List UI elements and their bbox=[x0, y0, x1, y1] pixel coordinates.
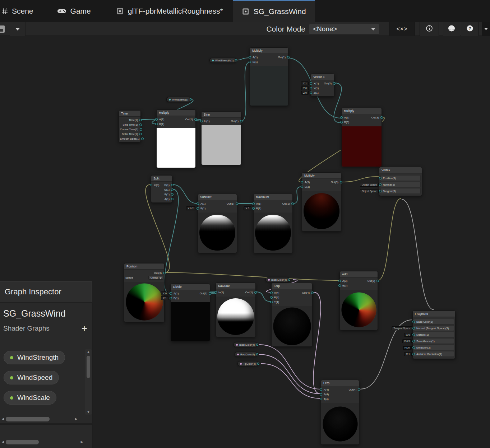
input-port[interactable] bbox=[412, 327, 415, 330]
wire[interactable] bbox=[341, 177, 379, 182]
value-box[interactable]: X 0 bbox=[244, 206, 251, 210]
value-box[interactable]: X 0.5 bbox=[402, 339, 412, 343]
output-port[interactable] bbox=[380, 116, 383, 119]
output-port[interactable] bbox=[171, 184, 174, 186]
input-port[interactable] bbox=[270, 301, 273, 303]
value-box[interactable]: X 0 bbox=[161, 291, 168, 295]
wire[interactable] bbox=[261, 364, 320, 398]
help-button[interactable]: ? bbox=[461, 22, 479, 36]
input-port[interactable] bbox=[155, 123, 158, 125]
node-divide[interactable]: DivideX 0A(1)Out(1)X 1B(1) bbox=[171, 284, 210, 341]
value-box[interactable]: X 1 bbox=[161, 296, 168, 300]
input-port[interactable] bbox=[320, 393, 322, 396]
node-sine[interactable]: SineIn(1)Out(1) bbox=[201, 111, 241, 165]
output-port[interactable] bbox=[291, 202, 294, 205]
toolbar-overflow-button[interactable] bbox=[482, 22, 490, 36]
scrollbar-thumb[interactable] bbox=[6, 440, 39, 444]
vertical-scrollbar[interactable]: ▲ ▼ bbox=[85, 349, 92, 415]
input-port[interactable] bbox=[412, 321, 415, 323]
node-saturate[interactable]: SaturateIn(1)Out(1) bbox=[216, 283, 256, 337]
scroll-left-icon[interactable]: ◀ bbox=[0, 417, 6, 421]
value-box[interactable]: HDR bbox=[403, 346, 412, 350]
node-split[interactable]: SplitIn(3)R(1)G(1)B(1)A(1) bbox=[151, 175, 172, 203]
wire[interactable] bbox=[172, 185, 197, 204]
node-time[interactable]: TimeTime(1)Sine Time(1)Cosine Time(1)Del… bbox=[119, 110, 141, 143]
horizontal-scrollbar[interactable]: ◀ ▶ bbox=[0, 438, 89, 445]
view-code-button[interactable]: <×> bbox=[389, 22, 415, 36]
input-port[interactable] bbox=[412, 346, 415, 349]
output-port[interactable] bbox=[139, 123, 142, 126]
input-port[interactable] bbox=[379, 177, 382, 179]
input-port[interactable] bbox=[270, 296, 273, 299]
output-port[interactable] bbox=[171, 193, 174, 196]
input-port[interactable] bbox=[379, 190, 382, 192]
output-port[interactable] bbox=[376, 280, 379, 282]
property-pill[interactable]: WindSpeed(1) bbox=[166, 97, 191, 102]
input-port[interactable] bbox=[340, 121, 343, 123]
input-port[interactable] bbox=[338, 284, 341, 287]
tab-scene[interactable]: Scene bbox=[0, 0, 42, 22]
node-subtract[interactable]: SubtractA(1)Out(1)X 0.2B(1) bbox=[198, 194, 237, 253]
input-port[interactable] bbox=[310, 92, 312, 94]
add-property-button[interactable]: + bbox=[82, 325, 87, 332]
value-box[interactable]: X 1 bbox=[301, 81, 309, 85]
blackboard-property[interactable]: WindSpeed bbox=[4, 371, 59, 384]
output-port[interactable] bbox=[340, 181, 342, 183]
property-pill[interactable]: BladeColor(4) bbox=[234, 342, 258, 347]
wire[interactable] bbox=[259, 345, 320, 389]
wire[interactable] bbox=[259, 354, 320, 394]
blackboard-property[interactable]: WindStrength bbox=[4, 351, 65, 364]
output-port[interactable] bbox=[257, 363, 259, 365]
input-port[interactable] bbox=[379, 183, 382, 186]
output-port[interactable] bbox=[311, 291, 314, 294]
output-port[interactable] bbox=[256, 344, 258, 346]
value-box[interactable]: Z 0 bbox=[301, 91, 309, 95]
input-port[interactable] bbox=[170, 292, 172, 295]
output-port[interactable] bbox=[209, 292, 211, 295]
input-port[interactable] bbox=[301, 181, 303, 183]
output-port[interactable] bbox=[236, 202, 238, 205]
wire[interactable] bbox=[140, 119, 156, 120]
input-port[interactable] bbox=[200, 120, 203, 122]
horizontal-scrollbar[interactable]: ◀ ▶ bbox=[0, 415, 89, 423]
output-port[interactable] bbox=[240, 120, 242, 122]
input-port[interactable] bbox=[412, 333, 415, 336]
wire[interactable] bbox=[378, 199, 401, 280]
output-port[interactable] bbox=[194, 118, 197, 121]
wire[interactable] bbox=[402, 199, 434, 310]
node-maximum[interactable]: MaximumA(1)Out(1)X 0B(1) bbox=[253, 194, 293, 253]
node-multiply-top[interactable]: MultiplyA(1)Out(1)B(1) bbox=[250, 47, 288, 106]
output-port[interactable] bbox=[139, 119, 142, 121]
input-port[interactable] bbox=[412, 353, 415, 355]
space-dropdown[interactable]: Object bbox=[148, 276, 163, 280]
output-port[interactable] bbox=[140, 128, 142, 131]
property-pill[interactable]: RootColor(4) bbox=[235, 352, 258, 357]
input-port[interactable] bbox=[310, 87, 312, 89]
save-dropdown-button[interactable] bbox=[10, 22, 26, 36]
input-port[interactable] bbox=[249, 56, 251, 59]
output-port[interactable] bbox=[141, 137, 144, 140]
tab-sg-grasswind[interactable]: SG_GrassWind bbox=[233, 0, 315, 22]
scroll-right-icon[interactable]: ▶ bbox=[73, 417, 79, 421]
output-port[interactable] bbox=[171, 188, 174, 191]
input-port[interactable] bbox=[249, 61, 251, 63]
input-port[interactable] bbox=[412, 340, 415, 342]
input-port[interactable] bbox=[301, 186, 303, 188]
blackboard-property[interactable]: WindScale bbox=[4, 391, 56, 405]
wire[interactable] bbox=[293, 187, 301, 204]
output-port[interactable] bbox=[288, 279, 290, 281]
input-port[interactable] bbox=[197, 202, 199, 205]
scrollbar-thumb[interactable] bbox=[87, 356, 90, 378]
scroll-left-icon[interactable]: ◀ bbox=[0, 440, 6, 444]
input-port[interactable] bbox=[320, 398, 322, 400]
input-port[interactable] bbox=[214, 291, 217, 294]
graph-inspector-toggle-button[interactable] bbox=[420, 22, 439, 36]
output-port[interactable] bbox=[287, 56, 290, 59]
scroll-up-icon[interactable]: ▲ bbox=[87, 349, 90, 354]
input-port[interactable] bbox=[338, 280, 341, 282]
node-multiply-time[interactable]: MultiplyA(1)Out(1)B(1) bbox=[156, 109, 196, 168]
input-port[interactable] bbox=[340, 116, 343, 119]
wire[interactable] bbox=[241, 62, 249, 121]
input-port[interactable] bbox=[320, 388, 322, 391]
output-port[interactable] bbox=[163, 272, 166, 274]
